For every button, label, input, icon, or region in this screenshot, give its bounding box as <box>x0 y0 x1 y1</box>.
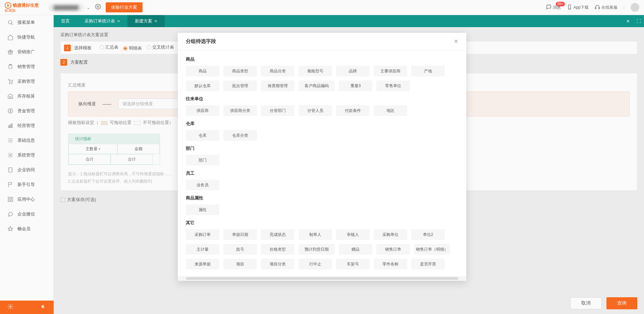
field-option[interactable]: 商品分类 <box>261 66 294 76</box>
field-option[interactable]: 仓库 <box>186 130 219 141</box>
field-option[interactable]: 业务员 <box>186 180 219 190</box>
field-option[interactable]: 批次管理 <box>223 80 257 91</box>
field-option[interactable]: 赠品 <box>339 244 372 255</box>
field-option[interactable]: 商品类型 <box>223 66 257 76</box>
field-option[interactable]: 制单人 <box>299 229 332 240</box>
close-icon[interactable]: ✕ <box>454 38 458 45</box>
field-group-1: 往来单位供应商供应商分类分管部门分管人员付款条件地区 <box>186 96 458 116</box>
field-group-6: 其它采购订单单据日期完成状态制单人审核人采购单位单位2主计量批号价格类型预计到货… <box>186 220 458 269</box>
field-option[interactable]: 主计量 <box>186 244 219 255</box>
field-group-5: 商品属性属性 <box>186 195 458 215</box>
field-group-4: 员工业务员 <box>186 170 458 190</box>
field-group-title: 商品 <box>186 56 458 62</box>
field-option[interactable]: 商品 <box>186 66 219 76</box>
field-option[interactable]: 默认仓库 <box>186 80 219 91</box>
field-option[interactable]: 供应商分类 <box>223 105 257 116</box>
field-option[interactable]: 仓库分类 <box>223 130 257 141</box>
field-option[interactable]: 品牌 <box>336 66 370 76</box>
modal-horizontal-scrollbar[interactable] <box>178 276 466 281</box>
field-option[interactable]: 是否开票 <box>411 259 445 269</box>
field-option[interactable]: 零件名称 <box>374 259 407 269</box>
field-option[interactable]: 销售订单（明细） <box>414 244 450 255</box>
field-option[interactable]: 项目 <box>223 259 257 269</box>
field-option[interactable]: 行中止 <box>299 259 332 269</box>
field-option[interactable]: 单据日期 <box>223 229 257 240</box>
field-option[interactable]: 主要供应商 <box>374 66 407 76</box>
field-option[interactable]: 完成状态 <box>261 229 294 240</box>
field-option[interactable]: 单位2 <box>411 229 445 240</box>
field-option[interactable]: 来源单据 <box>186 259 219 269</box>
modal-title: 分组待选字段 <box>186 38 216 45</box>
field-picker-modal: 分组待选字段 ✕ 商品商品商品类型商品分类规格型号品牌主要供应商产地默认仓库批次… <box>178 33 466 281</box>
field-option[interactable]: 分管人员 <box>299 105 332 116</box>
field-option[interactable]: 销售订单 <box>376 244 410 255</box>
field-option[interactable]: 付款条件 <box>336 105 370 116</box>
field-option[interactable]: 预计到货日期 <box>299 244 335 255</box>
field-option[interactable]: 价格类型 <box>261 244 294 255</box>
field-group-title: 员工 <box>186 170 458 176</box>
field-option[interactable]: 项目分类 <box>261 259 294 269</box>
field-group-title: 往来单位 <box>186 96 458 102</box>
field-option[interactable]: 车架号 <box>336 259 370 269</box>
field-option[interactable]: 规格型号 <box>299 66 332 76</box>
field-option[interactable]: 部门 <box>186 155 219 166</box>
field-option[interactable]: 产地 <box>411 66 445 76</box>
field-group-2: 仓库仓库仓库分类 <box>186 121 458 141</box>
field-group-title: 部门 <box>186 145 458 151</box>
field-group-title: 商品属性 <box>186 195 458 201</box>
field-group-title: 仓库 <box>186 121 458 127</box>
field-option[interactable]: 审核人 <box>336 229 370 240</box>
field-option[interactable]: 采购订单 <box>186 229 219 240</box>
field-option[interactable]: 地区 <box>374 105 407 116</box>
field-group-title: 其它 <box>186 220 458 226</box>
field-option[interactable]: 保质期管理 <box>261 80 294 91</box>
field-option[interactable]: 供应商 <box>186 105 219 116</box>
field-option[interactable]: 客户商品编码 <box>299 80 335 91</box>
field-option[interactable]: 零售单位 <box>376 80 410 91</box>
field-option[interactable]: 属性 <box>186 204 219 215</box>
field-option[interactable]: 重量3 <box>339 80 372 91</box>
field-group-3: 部门部门 <box>186 145 458 166</box>
field-option[interactable]: 采购单位 <box>374 229 407 240</box>
field-option[interactable]: 分管部门 <box>261 105 294 116</box>
field-group-0: 商品商品商品类型商品分类规格型号品牌主要供应商产地默认仓库批次管理保质期管理客户… <box>186 56 458 91</box>
field-option[interactable]: 批号 <box>223 244 257 255</box>
